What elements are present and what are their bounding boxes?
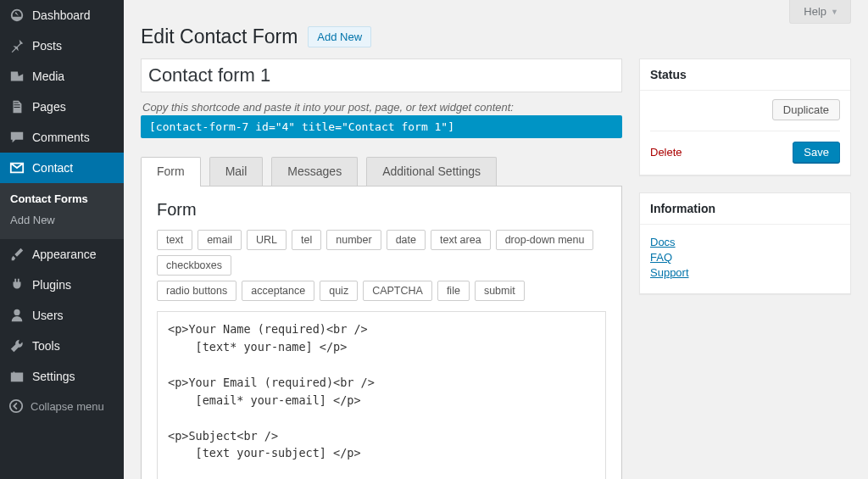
shortcode-field[interactable]: [contact-form-7 id="4" title="Contact fo…	[141, 115, 622, 138]
settings-icon	[8, 368, 25, 385]
plugin-icon	[8, 276, 25, 293]
tag-btn-text[interactable]: text	[157, 230, 192, 250]
user-icon	[8, 307, 25, 324]
submenu-item-contact-forms[interactable]: Contact Forms	[0, 188, 124, 209]
comments-icon	[8, 129, 25, 146]
tag-btn-dropdown[interactable]: drop-down menu	[496, 230, 594, 250]
main-content: Help ▼ Edit Contact Form Add New Copy th…	[124, 0, 868, 479]
tab-additional-settings[interactable]: Additional Settings	[366, 157, 497, 187]
tag-btn-textarea[interactable]: text area	[431, 230, 491, 250]
information-heading: Information	[640, 193, 850, 225]
info-link-support[interactable]: Support	[650, 266, 840, 279]
dashboard-icon	[8, 7, 25, 24]
tag-btn-acceptance[interactable]: acceptance	[242, 281, 314, 301]
side-column: Status Duplicate Delete Save Information…	[639, 58, 851, 479]
status-heading: Status	[640, 59, 850, 91]
collapse-menu[interactable]: Collapse menu	[0, 392, 124, 421]
form-title-input[interactable]	[141, 58, 622, 92]
sidebar-item-pages[interactable]: Pages	[0, 92, 124, 122]
sidebar-item-media[interactable]: Media	[0, 61, 124, 92]
info-link-docs[interactable]: Docs	[650, 236, 840, 248]
sidebar-item-label: Appearance	[32, 248, 97, 261]
sidebar-item-dashboard[interactable]: Dashboard	[0, 0, 124, 31]
collapse-label: Collapse menu	[31, 400, 104, 413]
media-icon	[8, 68, 25, 85]
screen-meta: Help ▼	[141, 0, 851, 24]
sidebar-item-label: Contact	[32, 161, 73, 175]
sidebar-item-label: Posts	[32, 39, 62, 53]
sidebar-item-appearance[interactable]: Appearance	[0, 239, 124, 270]
sidebar-submenu: Contact Forms Add New	[0, 183, 124, 239]
delete-link[interactable]: Delete	[650, 146, 682, 159]
pages-icon	[8, 98, 25, 115]
tag-btn-quiz[interactable]: quiz	[320, 281, 358, 301]
shortcode-hint: Copy this shortcode and paste it into yo…	[142, 101, 622, 114]
tag-btn-number[interactable]: number	[326, 230, 381, 250]
tools-icon	[8, 337, 25, 354]
info-link-faq[interactable]: FAQ	[650, 251, 840, 264]
editor-tabs: Form Mail Messages Additional Settings	[141, 157, 622, 187]
tag-btn-email[interactable]: email	[198, 230, 242, 250]
sidebar-item-label: Settings	[32, 370, 75, 383]
sidebar-item-label: Dashboard	[32, 8, 91, 22]
sidebar-item-contact[interactable]: Contact	[0, 153, 124, 183]
svg-point-0	[10, 400, 22, 412]
sidebar-item-posts[interactable]: Posts	[0, 31, 124, 61]
sidebar-item-settings[interactable]: Settings	[0, 361, 124, 392]
sidebar-item-label: Users	[32, 309, 64, 322]
tab-form[interactable]: Form	[141, 157, 201, 187]
sidebar-item-plugins[interactable]: Plugins	[0, 270, 124, 300]
envelope-icon	[8, 159, 25, 176]
tag-btn-radio[interactable]: radio buttons	[157, 281, 236, 301]
sidebar-item-label: Plugins	[32, 278, 71, 292]
help-label: Help	[804, 5, 826, 18]
sidebar-item-tools[interactable]: Tools	[0, 331, 124, 361]
tab-mail[interactable]: Mail	[209, 157, 264, 187]
panel-heading: Form	[157, 200, 606, 220]
chevron-down-icon: ▼	[831, 8, 838, 16]
add-new-button[interactable]: Add New	[308, 26, 371, 47]
duplicate-button[interactable]: Duplicate	[772, 99, 840, 120]
tab-messages[interactable]: Messages	[271, 157, 358, 187]
sidebar-item-comments[interactable]: Comments	[0, 122, 124, 153]
form-body-textarea[interactable]	[157, 311, 606, 479]
tag-btn-date[interactable]: date	[387, 230, 426, 250]
tag-btn-file[interactable]: file	[437, 281, 470, 301]
help-toggle[interactable]: Help ▼	[789, 0, 851, 24]
tag-btn-checkboxes[interactable]: checkboxes	[157, 255, 231, 276]
admin-sidebar: Dashboard Posts Media Pages Comments Con…	[0, 0, 124, 479]
page-title: Edit Contact Form	[141, 25, 298, 48]
save-button[interactable]: Save	[793, 142, 840, 163]
sidebar-item-label: Media	[32, 70, 64, 83]
information-box: Information Docs FAQ Support	[639, 192, 851, 294]
pin-icon	[8, 37, 25, 54]
tag-generator-row-2: radio buttons acceptance quiz CAPTCHA fi…	[157, 281, 606, 301]
sidebar-item-label: Pages	[32, 100, 66, 114]
tag-btn-url[interactable]: URL	[247, 230, 287, 250]
main-column: Copy this shortcode and paste it into yo…	[141, 58, 622, 479]
collapse-icon	[8, 398, 24, 414]
submenu-item-add-new[interactable]: Add New	[0, 209, 124, 231]
tag-btn-captcha[interactable]: CAPTCHA	[363, 281, 432, 301]
sidebar-item-label: Comments	[32, 131, 90, 144]
sidebar-item-label: Tools	[32, 339, 60, 353]
form-panel: Form text email URL tel number date text…	[141, 186, 622, 479]
page-heading-row: Edit Contact Form Add New	[141, 25, 851, 48]
sidebar-item-users[interactable]: Users	[0, 300, 124, 331]
tag-generator-row-1: text email URL tel number date text area…	[157, 230, 606, 276]
tag-btn-submit[interactable]: submit	[475, 281, 525, 301]
brush-icon	[8, 246, 25, 263]
tag-btn-tel[interactable]: tel	[292, 230, 321, 250]
status-box: Status Duplicate Delete Save	[639, 58, 851, 175]
